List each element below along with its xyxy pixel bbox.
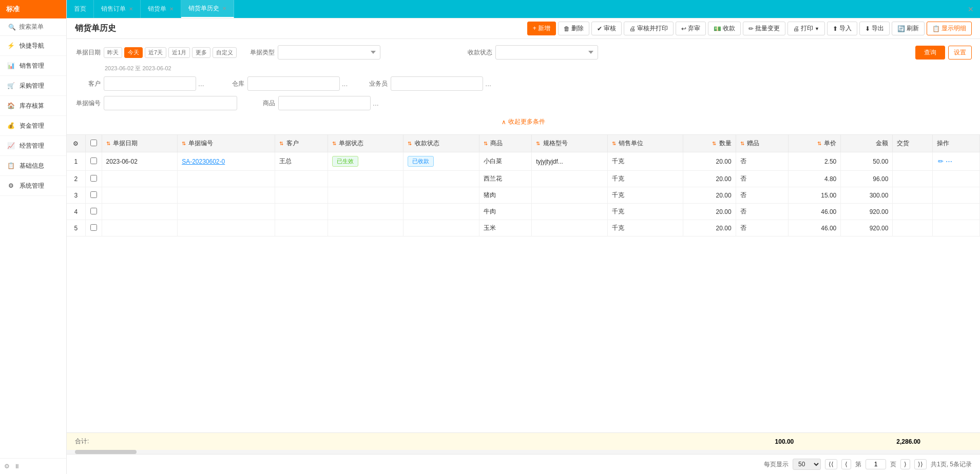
cell-goods: 小白菜 — [479, 152, 531, 171]
col-goods-header[interactable]: ⇅ 商品 — [479, 135, 531, 152]
audit-print-button[interactable]: 🖨 审核并打印 — [624, 22, 674, 35]
doc-no-link[interactable]: SA-20230602-0 — [182, 158, 225, 165]
collect-status-select[interactable] — [495, 45, 598, 60]
sidebar-item-quick-nav[interactable]: ⚡ 快捷导航 — [0, 36, 66, 56]
doc-no-input[interactable] — [104, 96, 237, 110]
table-settings-icon[interactable]: ⚙ — [73, 140, 79, 147]
more-action[interactable]: ⋯ — [946, 157, 952, 165]
date-btn-more[interactable]: 更多 — [192, 47, 210, 58]
col-collect-status-header[interactable]: ⇅ 收款状态 — [403, 135, 479, 152]
date-btn-today[interactable]: 今天 — [124, 47, 143, 58]
per-page-select[interactable]: 50 100 — [793, 459, 821, 470]
close-all-tabs[interactable]: ✕ — [962, 5, 980, 13]
row-checkbox[interactable] — [90, 157, 97, 164]
col-checkbox-header[interactable] — [85, 135, 102, 152]
print-button[interactable]: 🖨 打印 ▼ — [787, 22, 825, 35]
next-page-btn[interactable]: ⟩ — [900, 459, 910, 469]
collapse-filter-btn[interactable]: ∧ 收起更多条件 — [75, 115, 972, 128]
date-btn-custom[interactable]: 自定义 — [213, 47, 237, 58]
col-spec-type-header[interactable]: ⇅ 规格型号 — [532, 135, 608, 152]
sidebar-item-system-mgmt[interactable]: ⚙ 系统管理 — [0, 176, 66, 196]
cell-doc-no[interactable]: SA-20230602-0 — [178, 152, 275, 171]
query-button[interactable]: 查询 — [915, 46, 945, 60]
select-all-checkbox[interactable] — [90, 140, 97, 146]
cell-doc-no[interactable] — [178, 204, 275, 220]
import-button[interactable]: ⬆ 导入 — [827, 22, 857, 35]
tab-sales-history-close[interactable]: ✕ — [222, 6, 226, 11]
row-checkbox[interactable] — [90, 208, 97, 214]
tab-sales-order[interactable]: 销售订单 ✕ — [94, 0, 141, 18]
sidebar-item-sales-mgmt[interactable]: 📊 销售管理 — [0, 56, 66, 76]
collect-button[interactable]: 💵 收款 — [708, 22, 741, 35]
tab-sales-goods[interactable]: 销货单 ✕ — [141, 0, 181, 18]
col-settings-header[interactable]: ⚙ — [67, 135, 85, 152]
date-btn-yesterday[interactable]: 昨天 — [104, 47, 122, 58]
col-customer-header[interactable]: ⇅ 客户 — [275, 135, 328, 152]
warehouse-label: 仓库 — [219, 80, 244, 88]
warehouse-input[interactable] — [247, 76, 340, 91]
col-doc-no-header[interactable]: ⇅ 单据编号 — [178, 135, 275, 152]
edit-action[interactable]: ✏ — [938, 157, 944, 165]
sidebar-item-inventory[interactable]: 🏠 库存核算 — [0, 96, 66, 116]
export-button[interactable]: ⬇ 导出 — [859, 22, 890, 35]
goods-input[interactable] — [278, 96, 371, 110]
cell-doc-no[interactable] — [178, 171, 275, 187]
goods-picker-btn[interactable]: ... — [371, 99, 381, 107]
sidebar-settings-icon[interactable]: ⚙ — [4, 463, 10, 470]
col-doc-status-header[interactable]: ⇅ 单据状态 — [328, 135, 403, 152]
abandon-button[interactable]: ↩ 弃审 — [676, 22, 706, 35]
settings-button[interactable]: 设置 — [948, 46, 972, 60]
cell-checkbox[interactable] — [85, 152, 102, 171]
customer-input[interactable] — [104, 76, 196, 91]
prev-page-btn[interactable]: ⟨ — [841, 459, 851, 469]
tab-sales-goods-close[interactable]: ✕ — [169, 7, 174, 12]
tab-sales-history[interactable]: 销货单历史 ✕ — [181, 0, 234, 18]
cell-sales-unit: 千克 — [607, 187, 683, 204]
new-button[interactable]: + 新增 — [527, 22, 556, 35]
scrollbar-thumb[interactable] — [75, 450, 137, 454]
row-checkbox[interactable] — [90, 175, 97, 182]
customer-picker-btn[interactable]: ... — [196, 80, 206, 88]
col-unit-price-header[interactable]: ⇅ 单价 — [788, 135, 840, 152]
filter-row-2: 客户 ... 仓库 ... 业务员 ... — [75, 76, 972, 91]
tab-home[interactable]: 首页 — [67, 0, 94, 18]
row-checkbox[interactable] — [90, 224, 97, 231]
sidebar-item-operations[interactable]: 📈 经营管理 — [0, 136, 66, 156]
display-detail-button[interactable]: 📋 显示明细 — [927, 22, 972, 35]
row-checkbox[interactable] — [90, 191, 97, 198]
batch-change-button[interactable]: ✏ 批量变更 — [743, 22, 785, 35]
last-page-btn[interactable]: ⟩⟩ — [914, 459, 927, 469]
sidebar-item-basic-info[interactable]: 📋 基础信息 — [0, 156, 66, 176]
cell-checkbox[interactable] — [85, 187, 102, 204]
date-btn-7days[interactable]: 近7天 — [145, 47, 166, 58]
tab-sales-order-close[interactable]: ✕ — [129, 7, 133, 12]
cell-doc-no[interactable] — [178, 220, 275, 236]
col-sales-unit-header[interactable]: ⇅ 销售单位 — [607, 135, 683, 152]
cell-checkbox[interactable] — [85, 204, 102, 220]
sidebar-item-purchase-mgmt[interactable]: 🛒 采购管理 — [0, 76, 66, 96]
salesperson-input[interactable] — [391, 76, 483, 91]
scrollbar-area[interactable] — [67, 450, 980, 454]
cell-checkbox[interactable] — [85, 171, 102, 187]
delete-button[interactable]: 🗑 删除 — [558, 22, 589, 35]
col-qty-header[interactable]: ⇅ 数量 — [683, 135, 736, 152]
page-number-input[interactable] — [866, 459, 886, 469]
first-page-btn[interactable]: ⟨⟨ — [825, 459, 837, 469]
sidebar-collapse-icon[interactable]: ⏸ — [14, 463, 20, 470]
cell-doc-no[interactable] — [178, 187, 275, 204]
sidebar-search[interactable]: 🔍 搜索菜单 — [0, 18, 66, 36]
doc-type-select[interactable] — [278, 45, 380, 60]
warehouse-picker-btn[interactable]: ... — [340, 80, 350, 88]
refresh-button[interactable]: 🔄 刷新 — [892, 22, 925, 35]
audit-button[interactable]: ✔ 审核 — [591, 22, 622, 35]
cell-transaction — [893, 220, 932, 236]
salesperson-picker-btn[interactable]: ... — [483, 80, 493, 88]
sidebar-item-finance[interactable]: 💰 资金管理 — [0, 116, 66, 136]
col-doc-date-header[interactable]: ⇅ 单据日期 — [102, 135, 178, 152]
cell-checkbox[interactable] — [85, 220, 102, 236]
print-dropdown-icon: ▼ — [815, 26, 819, 31]
col-gift-header[interactable]: ⇅ 赠品 — [736, 135, 788, 152]
date-range-display: 2023-06-02 至 2023-06-02 — [105, 65, 972, 72]
date-btn-1month[interactable]: 近1月 — [168, 47, 190, 58]
cell-customer — [275, 187, 328, 204]
